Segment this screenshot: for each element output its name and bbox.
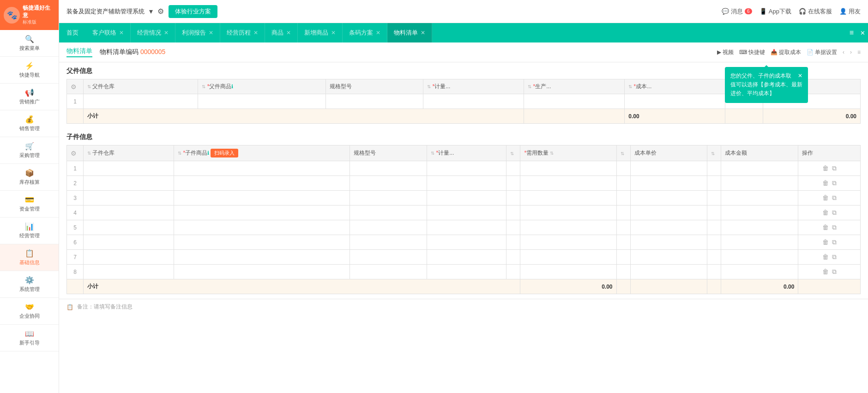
child-goods-1[interactable] [174, 161, 350, 176]
shortcut-btn[interactable]: ⌨ 快捷键 [739, 48, 765, 56]
child-goods-3[interactable] [174, 191, 350, 206]
nav-next-icon[interactable]: › [850, 49, 852, 55]
child-unit-6[interactable] [427, 235, 506, 250]
online-service-btn[interactable]: 🎧 在线客服 [799, 7, 832, 16]
gear-icon[interactable]: ⚙ [157, 7, 164, 16]
parent-cost-1[interactable] [625, 94, 725, 109]
child-spec-5[interactable] [350, 220, 427, 235]
child-goods-2[interactable] [174, 176, 350, 191]
parent-unit-1[interactable] [423, 94, 524, 109]
sidebar-item-sales[interactable]: 💰 销售管理 [0, 110, 59, 137]
user-btn[interactable]: 👤 用友 [839, 7, 861, 16]
child-unit-2[interactable] [427, 176, 506, 191]
doc-settings-btn[interactable]: 📄 单据设置 [807, 48, 837, 56]
delete-icon-1[interactable]: 🗑 [822, 164, 829, 172]
delete-icon-6[interactable]: 🗑 [822, 238, 829, 246]
child-warehouse-3[interactable] [84, 191, 174, 206]
extract-cost-btn[interactable]: 📥 提取成本 [771, 48, 801, 56]
nav-prev-icon[interactable]: ‹ [843, 49, 844, 55]
copy-icon-1[interactable]: ⧉ [832, 164, 837, 172]
sidebar-item-operation[interactable]: 📊 经营管理 [0, 218, 59, 244]
child-goods-8[interactable] [174, 265, 350, 279]
video-btn[interactable]: ▶ 视频 [717, 48, 734, 56]
tab-profit[interactable]: 利润报告 ✕ [175, 23, 220, 42]
child-unit-1[interactable] [427, 161, 506, 176]
child-warehouse-1[interactable] [84, 161, 174, 176]
tab-customers[interactable]: 客户联络 ✕ [86, 23, 131, 42]
copy-icon-5[interactable]: ⧉ [832, 224, 837, 231]
tab-barcode-close[interactable]: ✕ [376, 30, 380, 36]
child-unit-4[interactable] [427, 206, 506, 220]
sidebar-item-guide[interactable]: 📖 新手引导 [0, 325, 59, 351]
parent-goods-1[interactable] [198, 94, 326, 109]
sidebar-item-collab[interactable]: 🤝 企业协同 [0, 298, 59, 325]
scan-input-btn[interactable]: 扫码录入 [211, 149, 238, 157]
copy-icon-3[interactable]: ⧉ [832, 194, 837, 201]
app-download-btn[interactable]: 📱 App下载 [760, 7, 791, 16]
message-btn[interactable]: 💬 消息 6 [722, 7, 752, 16]
sidebar-item-marketing[interactable]: 📢 营销推广 [0, 84, 59, 110]
child-spec-3[interactable] [350, 191, 427, 206]
tab-operations-close[interactable]: ✕ [164, 30, 169, 36]
tab-new-goods[interactable]: 新增商品 ✕ [298, 23, 343, 42]
sidebar-item-quicknav[interactable]: ⚡ 快捷导航 [0, 57, 59, 84]
tab-goods[interactable]: 商品 ✕ [265, 23, 298, 42]
tab-history-close[interactable]: ✕ [253, 30, 258, 36]
copy-icon-6[interactable]: ⧉ [832, 238, 837, 246]
child-unit-cost-7[interactable] [630, 250, 707, 265]
parent-warehouse-1[interactable] [84, 94, 198, 109]
tab-history[interactable]: 经营历程 ✕ [220, 23, 265, 42]
child-unit-cost-3[interactable] [630, 191, 707, 206]
tooltip-close-btn[interactable]: ✕ [798, 72, 802, 80]
sidebar-item-search[interactable]: 🔍 搜索菜单 [0, 30, 59, 57]
close-all-tabs-icon[interactable]: ✕ [857, 30, 868, 36]
sidebar-item-system[interactable]: ⚙️ 系统管理 [0, 271, 59, 298]
child-goods-7[interactable] [174, 250, 350, 265]
tabs-overflow-btn[interactable]: ≡ [846, 29, 857, 37]
experience-btn[interactable]: 体验行业方案 [169, 5, 217, 18]
child-qty-5[interactable] [520, 220, 616, 235]
parent-produce-1[interactable] [524, 94, 625, 109]
child-spec-7[interactable] [350, 250, 427, 265]
copy-icon-7[interactable]: ⧉ [832, 253, 837, 260]
child-unit-7[interactable] [427, 250, 506, 265]
child-spec-1[interactable] [350, 161, 427, 176]
th-parent-settings[interactable]: ⚙ [67, 79, 84, 94]
sidebar-item-purchase[interactable]: 🛒 采购管理 [0, 137, 59, 164]
child-unit-5[interactable] [427, 220, 506, 235]
th-child-settings[interactable]: ⚙ [67, 145, 84, 161]
tab-home[interactable]: 首页 [59, 23, 86, 42]
delete-icon-7[interactable]: 🗑 [822, 253, 829, 260]
delete-icon-4[interactable]: 🗑 [822, 209, 829, 216]
child-qty-6[interactable] [520, 235, 616, 250]
tab-barcode[interactable]: 条码方案 ✕ [343, 23, 387, 42]
child-spec-4[interactable] [350, 206, 427, 220]
child-spec-2[interactable] [350, 176, 427, 191]
child-unit-cost-2[interactable] [630, 176, 707, 191]
tab-bom-close[interactable]: ✕ [421, 30, 425, 36]
delete-icon-8[interactable]: 🗑 [822, 268, 829, 275]
child-warehouse-4[interactable] [84, 206, 174, 220]
child-spec-6[interactable] [350, 235, 427, 250]
tab-profit-close[interactable]: ✕ [209, 30, 213, 36]
delete-icon-3[interactable]: 🗑 [822, 194, 829, 201]
child-unit-cost-5[interactable] [630, 220, 707, 235]
tab-bom[interactable]: 物料清单 ✕ [387, 23, 432, 42]
child-warehouse-6[interactable] [84, 235, 174, 250]
child-goods-4[interactable] [174, 206, 350, 220]
parent-spec-1[interactable] [326, 94, 423, 109]
settings-dropdown-icon[interactable]: ▾ [149, 7, 153, 16]
child-unit-8[interactable] [427, 265, 506, 279]
child-qty-7[interactable] [520, 250, 616, 265]
layout-icon[interactable]: ≡ [857, 49, 861, 55]
delete-icon-5[interactable]: 🗑 [822, 224, 829, 231]
child-spec-8[interactable] [350, 265, 427, 279]
child-unit-cost-8[interactable] [630, 265, 707, 279]
child-qty-4[interactable] [520, 206, 616, 220]
child-unit-3[interactable] [427, 191, 506, 206]
child-qty-2[interactable] [520, 176, 616, 191]
child-goods-6[interactable] [174, 235, 350, 250]
child-unit-cost-1[interactable] [630, 161, 707, 176]
sidebar-item-basic[interactable]: 📋 基础信息 [0, 244, 59, 271]
child-qty-3[interactable] [520, 191, 616, 206]
